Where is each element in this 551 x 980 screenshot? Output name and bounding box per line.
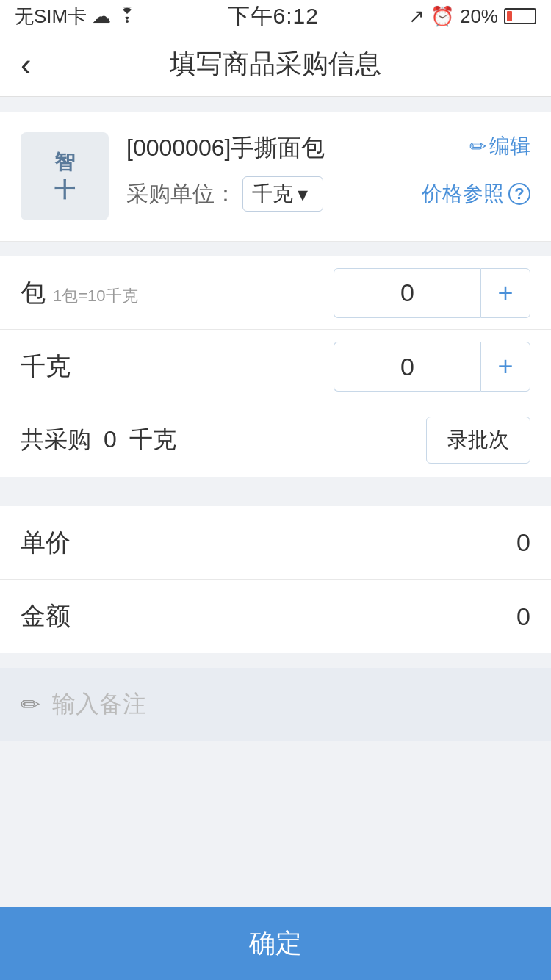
unit-select[interactable]: 千克 ▾: [242, 176, 323, 212]
status-right: ↗ ⏰ 20%: [408, 5, 536, 28]
unit-price-value: 0: [516, 528, 530, 557]
input-section: 包 1包=10千克 + 千克 +: [0, 256, 551, 403]
back-button[interactable]: ‹: [21, 48, 32, 81]
product-card: 智 十 [0000006]手撕面包 ✏ 编辑 采购单位： 千克 ▾ 价格参照 ?: [0, 112, 551, 242]
price-ref-button[interactable]: 价格参照 ?: [422, 180, 530, 208]
status-left: 无SIM卡 ☁: [15, 4, 137, 29]
note-section[interactable]: ✏ 输入备注: [0, 668, 551, 741]
bag-input[interactable]: [334, 268, 480, 318]
edit-button[interactable]: ✏ 编辑: [469, 132, 530, 160]
alarm-icon: ⏰: [431, 5, 454, 28]
question-icon: ?: [508, 183, 530, 205]
amount-row: 金额 0: [0, 580, 551, 653]
price-ref-label: 价格参照: [422, 180, 504, 208]
product-top-row: [0000006]手撕面包 ✏ 编辑: [126, 132, 530, 165]
kg-input[interactable]: [334, 342, 480, 392]
svg-point-0: [126, 20, 129, 23]
sim-status: 无SIM卡 ☁: [15, 4, 111, 29]
product-image: 智 十: [21, 132, 109, 220]
divider-1: [0, 242, 551, 256]
bag-input-wrapper: +: [334, 268, 530, 318]
battery-icon: [504, 8, 536, 24]
battery-percent: 20%: [460, 5, 498, 28]
total-text: 共采购 0 千克: [21, 424, 176, 456]
note-placeholder: 输入备注: [52, 688, 146, 721]
nav-bar: ‹ 填写商品采购信息: [0, 32, 551, 97]
total-row: 共采购 0 千克 录批次: [0, 403, 551, 477]
pencil-icon: ✏: [21, 691, 40, 718]
bag-plus-button[interactable]: +: [480, 268, 530, 318]
amount-value: 0: [516, 602, 530, 631]
divider-2: [0, 477, 551, 491]
kg-label: 千克: [21, 350, 138, 383]
wifi-icon: [117, 5, 137, 28]
product-unit-row: 采购单位： 千克 ▾ 价格参照 ?: [126, 176, 530, 212]
dropdown-icon: ▾: [298, 182, 308, 206]
nav-title: 填写商品采购信息: [170, 46, 381, 82]
product-name: [0000006]手撕面包: [126, 132, 325, 165]
status-time: 下午6:12: [228, 1, 319, 32]
price-section: 单价 0 金额 0: [0, 506, 551, 653]
total-amount: 0: [104, 426, 117, 453]
unit-price-row: 单价 0: [0, 506, 551, 580]
unit-label: 采购单位： 千克 ▾: [126, 176, 323, 212]
kg-input-wrapper: +: [334, 342, 530, 392]
unit-price-label: 单价: [21, 526, 71, 560]
kg-plus-button[interactable]: +: [480, 342, 530, 392]
location-icon: ↗: [408, 5, 425, 28]
product-info: [0000006]手撕面包 ✏ 编辑 采购单位： 千克 ▾ 价格参照 ?: [126, 132, 530, 212]
batch-button[interactable]: 录批次: [426, 417, 530, 464]
edit-icon: ✏: [469, 134, 486, 159]
kg-input-row: 千克 +: [0, 330, 551, 403]
bag-input-row: 包 1包=10千克 +: [0, 256, 551, 330]
status-bar: 无SIM卡 ☁ 下午6:12 ↗ ⏰ 20%: [0, 0, 551, 32]
confirm-button[interactable]: 确定: [0, 907, 551, 980]
amount-label: 金额: [21, 599, 71, 633]
edit-label: 编辑: [489, 132, 530, 160]
bag-sub-label: 1包=10千克: [53, 285, 138, 307]
bag-label: 包 1包=10千克: [21, 276, 138, 310]
